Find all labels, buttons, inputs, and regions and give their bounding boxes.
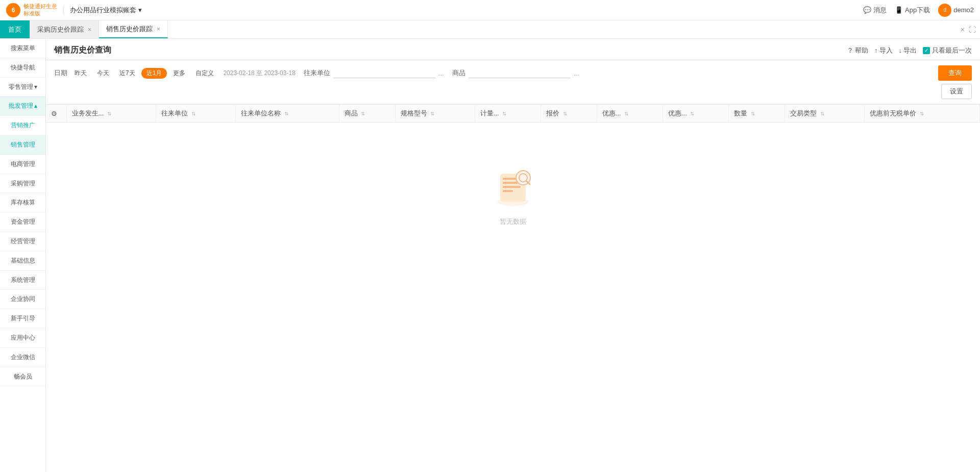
date-btn-yesterday[interactable]: 昨天 xyxy=(70,68,91,79)
sort-icon-product: ⇅ xyxy=(361,111,365,116)
page-title: 销售历史价查询 xyxy=(54,45,111,56)
help-icon: ？ xyxy=(847,46,853,55)
phone-icon: 📱 xyxy=(895,6,903,14)
content-area: 销售历史价查询 ？ 帮助 ↑ 导入 ↓ 导出 只看最后一次 xyxy=(46,39,980,472)
sidebar-item-member[interactable]: 畅会员 xyxy=(0,367,45,387)
logo-area: 6 畅捷通好生意 标准版 xyxy=(6,3,57,17)
message-button[interactable]: 💬 消息 xyxy=(863,6,887,15)
th-trade-type[interactable]: 交易类型 ⇅ xyxy=(785,105,864,123)
sidebar-item-retail[interactable]: 零售管理 ▾ xyxy=(0,78,45,97)
date-filter-label: 日期 xyxy=(54,68,67,78)
settings-gear-icon[interactable]: ⚙ xyxy=(51,110,57,117)
chevron-up-icon: ▴ xyxy=(34,102,37,110)
filter-row: 日期 昨天 今天 近7天 近1月 更多 自定义 2023-02-18 至 202… xyxy=(54,65,972,81)
logo-icon: 6 xyxy=(6,3,20,17)
sidebar-item-wechat[interactable]: 企业微信 xyxy=(0,348,45,367)
tab-home[interactable]: 首页 xyxy=(0,20,30,38)
empty-state: 暂无数据 xyxy=(46,123,980,267)
th-qty[interactable]: 数量 ⇅ xyxy=(729,105,785,123)
date-filter-group: 日期 昨天 今天 近7天 近1月 更多 自定义 2023-02-18 至 202… xyxy=(54,68,296,79)
avatar: d xyxy=(938,4,951,17)
svg-rect-4 xyxy=(503,186,521,188)
date-btn-more[interactable]: 更多 xyxy=(169,68,189,79)
th-pre-tax-price[interactable]: 优惠前无税单价 ⇅ xyxy=(865,105,980,123)
tab-controls: × ⛶ xyxy=(961,20,980,38)
sidebar-item-finance[interactable]: 资金管理 xyxy=(0,213,45,232)
tabbar: 首页 采购历史价跟踪 × 销售历史价跟踪 × × ⛶ xyxy=(0,20,980,39)
data-table: ⚙ 业务发生... ⇅ 往来单位 ⇅ 往来单位名称 ⇅ xyxy=(46,105,980,123)
app-selector[interactable]: 办公用品行业模拟账套 ▾ xyxy=(63,6,142,15)
sidebar-item-search[interactable]: 搜索菜单 xyxy=(0,39,45,58)
table-header: ⚙ 业务发生... ⇅ 往来单位 ⇅ 往来单位名称 ⇅ xyxy=(46,105,980,123)
filter-actions: 查询 xyxy=(938,65,972,81)
sidebar-item-purchase[interactable]: 采购管理 xyxy=(0,174,45,194)
date-btn-today[interactable]: 今天 xyxy=(93,68,113,79)
app-download-button[interactable]: 📱 App下载 xyxy=(895,6,930,15)
sidebar-item-sales-mgmt[interactable]: 销售管理 xyxy=(0,135,45,155)
sidebar-item-marketing[interactable]: 营销推广 xyxy=(0,116,45,135)
setting-button[interactable]: 设置 xyxy=(941,84,972,99)
sidebar-item-collab[interactable]: 企业协同 xyxy=(0,290,45,309)
export-button[interactable]: ↓ 导出 xyxy=(899,46,917,55)
th-partner-name[interactable]: 往来单位名称 ⇅ xyxy=(236,105,339,123)
tab-purchase-history[interactable]: 采购历史价跟踪 × xyxy=(30,20,99,38)
sort-icon-discount2: ⇅ xyxy=(690,111,694,116)
topbar-right: 💬 消息 📱 App下载 d demo2 xyxy=(863,4,974,17)
sidebar-item-basic-info[interactable]: 基础信息 xyxy=(0,251,45,271)
help-button[interactable]: ？ 帮助 xyxy=(847,46,868,55)
sidebar-item-ecommerce[interactable]: 电商管理 xyxy=(0,155,45,174)
date-btn-7days[interactable]: 近7天 xyxy=(115,68,139,79)
sort-icon-trade-type: ⇅ xyxy=(820,111,824,116)
date-buttons: 昨天 今天 近7天 近1月 更多 自定义 xyxy=(70,68,218,79)
th-settings: ⚙ xyxy=(46,105,66,123)
tab-sales-history[interactable]: 销售历史价跟踪 × xyxy=(99,20,168,38)
product-filter-more[interactable]: ... xyxy=(574,69,579,77)
th-discount2[interactable]: 优惠... ⇅ xyxy=(663,105,728,123)
sidebar-item-system[interactable]: 系统管理 xyxy=(0,271,45,290)
main-layout: 搜索菜单 快捷导航 零售管理 ▾ 批发管理 ▴ 营销推广 销售管理 电商管理 采… xyxy=(0,39,980,472)
user-menu[interactable]: d demo2 xyxy=(938,4,974,17)
chevron-down-icon: ▾ xyxy=(138,6,142,14)
logo-text: 畅捷通好生意 标准版 xyxy=(23,3,57,16)
page-header: 销售历史价查询 ？ 帮助 ↑ 导入 ↓ 导出 只看最后一次 xyxy=(46,39,980,60)
empty-text: 暂无数据 xyxy=(500,217,526,226)
table-container: ⚙ 业务发生... ⇅ 往来单位 ⇅ 往来单位名称 ⇅ xyxy=(46,105,980,472)
product-filter-input[interactable] xyxy=(469,68,571,78)
sidebar-item-quick-nav[interactable]: 快捷导航 xyxy=(0,58,45,78)
sidebar-item-app-center[interactable]: 应用中心 xyxy=(0,328,45,348)
th-unit[interactable]: 计量... ⇅ xyxy=(475,105,541,123)
svg-rect-5 xyxy=(503,190,513,192)
tab-sales-history-close[interactable]: × xyxy=(157,26,160,33)
th-discount1[interactable]: 优惠... ⇅ xyxy=(597,105,663,123)
topbar: 6 畅捷通好生意 标准版 办公用品行业模拟账套 ▾ 💬 消息 📱 App下载 d… xyxy=(0,0,980,20)
tab-purchase-history-close[interactable]: × xyxy=(88,26,91,33)
import-button[interactable]: ↑ 导入 xyxy=(874,46,893,55)
sort-icon-pre-tax-price: ⇅ xyxy=(920,111,924,116)
partner-filter-input[interactable] xyxy=(333,68,435,78)
th-biz-date[interactable]: 业务发生... ⇅ xyxy=(66,105,156,123)
sidebar-item-guide[interactable]: 新手引导 xyxy=(0,309,45,328)
th-partner-code[interactable]: 往来单位 ⇅ xyxy=(156,105,236,123)
export-icon: ↓ xyxy=(899,46,902,54)
sidebar-item-operations[interactable]: 经营管理 xyxy=(0,232,45,251)
th-product[interactable]: 商品 ⇅ xyxy=(339,105,395,123)
tab-maximize-button[interactable]: ⛶ xyxy=(969,26,976,34)
sort-icon-partner-name: ⇅ xyxy=(284,111,288,116)
sidebar-item-wholesale[interactable]: 批发管理 ▴ xyxy=(0,97,45,116)
tab-close-all-button[interactable]: × xyxy=(961,26,965,34)
date-btn-custom[interactable]: 自定义 xyxy=(191,68,218,79)
filter-bar: 日期 昨天 今天 近7天 近1月 更多 自定义 2023-02-18 至 202… xyxy=(46,60,980,105)
sort-icon-spec: ⇅ xyxy=(430,111,434,116)
partner-filter-more[interactable]: ... xyxy=(438,69,444,77)
import-icon: ↑ xyxy=(874,46,878,54)
th-quote[interactable]: 报价 ⇅ xyxy=(541,105,597,123)
sort-icon-unit: ⇅ xyxy=(502,111,506,116)
search-button[interactable]: 查询 xyxy=(938,65,972,81)
th-spec[interactable]: 规格型号 ⇅ xyxy=(395,105,475,123)
date-btn-1month[interactable]: 近1月 xyxy=(141,68,167,79)
sidebar-item-inventory[interactable]: 库存核算 xyxy=(0,193,45,213)
sort-icon-quote: ⇅ xyxy=(563,111,567,116)
sidebar: 搜索菜单 快捷导航 零售管理 ▾ 批发管理 ▴ 营销推广 销售管理 电商管理 采… xyxy=(0,39,46,472)
only-last-checkbox[interactable]: 只看最后一次 xyxy=(923,46,972,55)
filter-second-row: 设置 xyxy=(54,84,972,99)
